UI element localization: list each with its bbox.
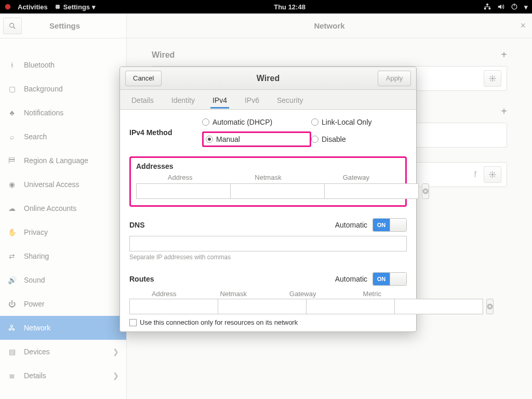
page-title: Network <box>127 21 532 30</box>
route-gateway-input[interactable] <box>307 299 395 314</box>
switch-knob <box>390 219 406 231</box>
svg-rect-1 <box>486 4 488 6</box>
sidebar-item-search[interactable]: ⌕Search <box>0 125 126 149</box>
routes-title: Routes <box>129 275 154 283</box>
remove-address-button[interactable] <box>422 183 429 199</box>
routes-col-metric: Metric <box>338 290 407 298</box>
proxy-settings-button[interactable] <box>484 166 501 183</box>
sidebar-item-background[interactable]: ▢Background <box>0 77 126 101</box>
radio-label: Disable <box>322 135 346 143</box>
sidebar-item-notifications[interactable]: ♣Notifications <box>0 101 126 125</box>
tab-details[interactable]: Details <box>129 91 156 109</box>
radio-manual[interactable]: Manual <box>206 135 240 143</box>
tab-ipv6[interactable]: IPv6 <box>243 91 261 109</box>
route-netmask-input[interactable] <box>218 299 307 314</box>
settings-indicator-icon <box>54 3 61 10</box>
sidebar-item-universal-access[interactable]: ◉Universal Access <box>0 172 126 196</box>
route-address-input[interactable] <box>129 299 218 314</box>
radio-disable[interactable]: Disable <box>311 131 405 147</box>
sidebar-search-button[interactable] <box>3 18 22 34</box>
dns-input[interactable] <box>129 236 407 251</box>
close-circle-icon <box>487 303 493 310</box>
sidebar-item-sound[interactable]: 🔊Sound <box>0 268 126 292</box>
tab-ipv4[interactable]: IPv4 <box>210 91 229 109</box>
routes-col-netmask: Netmask <box>199 290 269 298</box>
dns-hint: Separate IP addresses with commas <box>129 254 407 261</box>
wired-section-label: Wired <box>152 50 175 60</box>
add-wired-button[interactable]: + <box>501 49 507 61</box>
radio-automatic[interactable]: Automatic (DHCP) <box>202 118 311 126</box>
apply-button[interactable]: Apply <box>378 71 411 86</box>
netmask-input[interactable] <box>231 183 325 199</box>
sidebar-item-label: Background <box>24 85 63 93</box>
window-close-button[interactable]: × <box>520 20 526 31</box>
activities-corner-icon <box>4 3 11 10</box>
sidebar-item-label: Notifications <box>24 109 63 117</box>
network-status-icon[interactable] <box>484 3 491 10</box>
svg-point-8 <box>491 77 494 79</box>
sidebar-item-label: Power <box>24 300 45 308</box>
globe-icon: ⛿ <box>7 156 17 165</box>
radio-icon <box>206 136 213 143</box>
switch-on-label: ON <box>373 219 390 231</box>
route-metric-input[interactable] <box>395 299 483 314</box>
routes-automatic-label: Automatic <box>335 275 367 283</box>
bluetooth-icon: ᚼ <box>7 61 17 69</box>
sidebar-item-power[interactable]: ⏻Power <box>0 292 126 316</box>
cancel-button[interactable]: Cancel <box>125 71 162 86</box>
bell-icon: ♣ <box>7 109 17 117</box>
dns-title: DNS <box>129 221 145 229</box>
sidebar-item-devices[interactable]: ▤Devices❯ <box>0 340 126 364</box>
clock[interactable]: Thu 12:48 <box>96 3 484 11</box>
dialog-title: Wired <box>120 74 416 83</box>
sidebar-item-details[interactable]: ≣Details❯ <box>0 364 126 388</box>
chevron-right-icon: ❯ <box>113 348 119 356</box>
accessibility-icon: ◉ <box>7 180 17 189</box>
power-icon: ⏻ <box>7 300 17 308</box>
activities-button[interactable]: Activities <box>18 3 48 11</box>
sidebar-item-label: Universal Access <box>24 180 79 189</box>
svg-rect-5 <box>514 4 514 6</box>
sidebar-item-sharing[interactable]: ⇄Sharing <box>0 244 126 268</box>
radio-icon <box>202 118 209 126</box>
chevron-right-icon: ❯ <box>113 371 119 380</box>
tab-identity[interactable]: Identity <box>169 91 197 109</box>
sidebar-item-bluetooth[interactable]: ᚼBluetooth <box>0 53 126 77</box>
sidebar-item-label: Privacy <box>24 228 48 236</box>
volume-icon[interactable] <box>497 3 504 10</box>
wired-settings-button[interactable] <box>484 70 501 87</box>
radio-label: Manual <box>216 135 240 143</box>
sidebar-item-privacy[interactable]: ✋Privacy <box>0 220 126 244</box>
close-circle-icon <box>422 188 429 194</box>
sidebar-item-label: Details <box>24 371 46 380</box>
dns-automatic-switch[interactable]: ON <box>373 218 407 232</box>
radio-label: Automatic (DHCP) <box>212 118 272 126</box>
hand-icon: ✋ <box>7 228 17 236</box>
power-icon[interactable] <box>511 3 518 10</box>
wired-settings-dialog: Cancel Wired Apply Details Identity IPv4… <box>119 66 417 332</box>
routes-automatic-switch[interactable]: ON <box>373 272 407 286</box>
gateway-input[interactable] <box>325 183 419 199</box>
col-netmask: Netmask <box>224 174 312 183</box>
radio-link-local[interactable]: Link-Local Only <box>311 118 405 126</box>
sidebar-item-label: Network <box>24 324 50 332</box>
address-input[interactable] <box>136 183 231 199</box>
dns-automatic-label: Automatic <box>335 221 367 229</box>
system-caret-icon[interactable]: ▾ <box>524 3 528 11</box>
only-for-checkbox[interactable] <box>129 319 137 326</box>
svg-rect-2 <box>484 8 486 10</box>
sidebar-item-region[interactable]: ⛿Region & Language <box>0 149 126 172</box>
sidebar-item-label: Online Accounts <box>24 204 76 212</box>
sidebar-item-label: Devices <box>24 348 50 356</box>
gear-icon <box>489 171 496 178</box>
cloud-icon: ☁ <box>7 204 17 212</box>
sidebar-item-label: Search <box>24 132 47 141</box>
app-menu[interactable]: Settings ▾ <box>54 3 96 11</box>
sidebar-item-network[interactable]: 🖧Network <box>0 316 126 340</box>
add-vpn-button[interactable]: + <box>501 105 507 117</box>
sidebar-item-online-accounts[interactable]: ☁Online Accounts <box>0 196 126 220</box>
search-icon <box>9 22 16 30</box>
tab-security[interactable]: Security <box>275 91 305 109</box>
only-for-label: Use this connection only for resources o… <box>140 318 298 326</box>
remove-route-button[interactable] <box>486 299 494 314</box>
